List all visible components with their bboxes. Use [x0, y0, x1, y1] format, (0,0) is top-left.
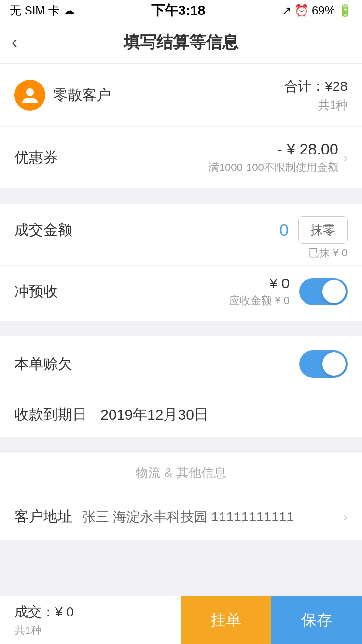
battery-icon: 🔋	[338, 4, 352, 17]
debit-label: 本单赊欠	[14, 354, 72, 374]
total-count: 共1种	[284, 98, 348, 113]
no-sim-text: 无 SIM 卡 ☁	[10, 3, 75, 18]
due-date-row: 收款到期日 2019年12月30日	[0, 392, 362, 437]
address-chevron-icon: ›	[343, 509, 348, 525]
location-icon: ↗	[282, 4, 292, 17]
coupon-discount: - ¥ 28.00	[209, 140, 338, 158]
debit-row: 本单赊欠	[0, 336, 362, 392]
precollect-right: ¥ 0 应收金额 ¥ 0	[229, 275, 348, 308]
bottom-count: 共1种	[14, 623, 166, 638]
logistics-section: 物流 & 其他信息 客户地址 张三 海淀永丰科技园 11111111111 ›	[0, 453, 362, 540]
round-zero-button[interactable]: 抹零	[298, 216, 348, 244]
hold-button[interactable]: 挂单	[181, 596, 271, 644]
avatar	[14, 80, 45, 111]
status-right: ↗ ⏰ 69% 🔋	[282, 4, 352, 17]
logistics-header-text: 物流 & 其他信息	[136, 464, 226, 481]
coupon-value: - ¥ 28.00 满1000-100不限制使用金额	[209, 140, 338, 175]
status-bar: 无 SIM 卡 ☁ 下午3:18 ↗ ⏰ 69% 🔋	[0, 0, 362, 21]
page-title: 填写结算等信息	[124, 31, 238, 54]
nav-bar: ‹ 填写结算等信息	[0, 21, 362, 64]
address-value: 张三 海淀永丰科技园 11111111111	[82, 508, 343, 526]
precollect-values: ¥ 0 应收金额 ¥ 0	[229, 275, 290, 308]
coupon-row[interactable]: 优惠券 - ¥ 28.00 满1000-100不限制使用金额 ›	[0, 126, 362, 188]
bottom-bar: 成交：¥ 0 共1种 挂单 保存	[0, 596, 362, 644]
precollect-label: 冲预收	[14, 282, 58, 302]
customer-info: 零散客户	[14, 80, 111, 111]
status-time: 下午3:18	[151, 1, 205, 20]
total-amount: 合计：¥28	[284, 77, 348, 96]
address-label: 客户地址	[14, 507, 72, 527]
customer-name: 零散客户	[53, 85, 111, 105]
debit-toggle[interactable]	[299, 350, 348, 378]
coupon-label: 优惠券	[14, 148, 58, 168]
coupon-desc: 满1000-100不限制使用金额	[209, 160, 338, 175]
save-button[interactable]: 保存	[271, 596, 362, 644]
customer-section: 零散客户 合计：¥28 共1种 优惠券 - ¥ 28.00 满1000-100不…	[0, 64, 362, 188]
battery-text: 69%	[312, 4, 335, 17]
transaction-amount[interactable]: 0	[279, 221, 289, 239]
bottom-transaction-amount: ¥ 0	[55, 604, 74, 619]
bottom-transaction-label: 成交：	[14, 604, 55, 619]
avatar-icon	[20, 85, 40, 105]
transaction-sub: 已抹 ¥ 0	[14, 246, 348, 260]
precollect-toggle[interactable]	[299, 278, 348, 305]
alarm-icon: ⏰	[294, 4, 309, 17]
transaction-value-group: 0 抹零	[279, 216, 348, 244]
section-divider-1	[0, 196, 362, 204]
header-line-right	[236, 473, 348, 473]
customer-row: 零散客户 合计：¥28 共1种	[0, 64, 362, 126]
customer-totals: 合计：¥28 共1种	[284, 77, 348, 113]
due-date-value: 2019年12月30日	[100, 406, 208, 422]
transaction-section: 成交金额 0 抹零 已抹 ¥ 0 冲预收 ¥ 0 应收金额 ¥ 0	[0, 204, 362, 321]
svg-point-0	[26, 88, 34, 96]
transaction-label: 成交金额	[14, 220, 72, 240]
logistics-header: 物流 & 其他信息	[0, 453, 362, 493]
transaction-main: 成交金额 0 抹零	[14, 216, 348, 244]
section-divider-3	[0, 445, 362, 453]
precollect-receivable: 应收金额 ¥ 0	[229, 294, 290, 308]
bottom-transaction-text: 成交：¥ 0	[14, 603, 166, 621]
header-line-left	[14, 473, 126, 473]
address-row[interactable]: 客户地址 张三 海淀永丰科技园 11111111111 ›	[0, 493, 362, 540]
already-rounded-text: 已抹 ¥ 0	[308, 246, 348, 260]
back-button[interactable]: ‹	[12, 32, 17, 53]
status-left: 无 SIM 卡 ☁	[10, 3, 75, 18]
precollect-amount: ¥ 0	[229, 275, 290, 292]
debit-section: 本单赊欠 收款到期日 2019年12月30日	[0, 336, 362, 437]
bottom-buttons: 挂单 保存	[181, 596, 362, 644]
bottom-info: 成交：¥ 0 共1种	[0, 603, 181, 638]
section-divider-2	[0, 328, 362, 336]
chevron-right-icon: ›	[343, 150, 348, 166]
precollect-row: 冲预收 ¥ 0 应收金额 ¥ 0	[0, 265, 362, 321]
coupon-right: - ¥ 28.00 满1000-100不限制使用金额 ›	[209, 140, 348, 175]
due-date-label: 收款到期日	[14, 406, 87, 422]
transaction-amount-row: 成交金额 0 抹零 已抹 ¥ 0	[0, 204, 362, 265]
